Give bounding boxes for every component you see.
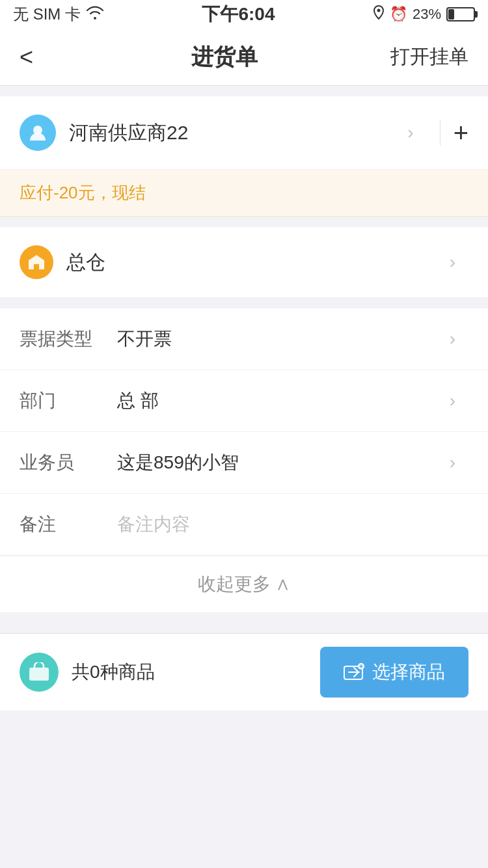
open-pending-button[interactable]: 打开挂单	[390, 44, 468, 70]
salesperson-chevron-icon: ›	[450, 452, 455, 473]
notice-text: 应付-20元，现结	[20, 183, 146, 202]
supplier-avatar	[20, 115, 56, 151]
product-count: 共0种商品	[72, 660, 320, 685]
battery-percent: 23%	[413, 6, 441, 23]
status-left: 无 SIM 卡	[13, 4, 104, 25]
alarm-icon: ⏰	[390, 6, 407, 23]
notice-bar: 应付-20元，现结	[0, 170, 488, 217]
mid-divider-2	[0, 298, 488, 308]
select-product-button[interactable]: 选择商品	[320, 647, 468, 698]
bottom-divider	[0, 612, 488, 623]
salesperson-label: 业务员	[20, 450, 98, 475]
warehouse-icon	[20, 245, 53, 279]
remark-placeholder: 备注内容	[98, 512, 468, 537]
warehouse-section: 总仓 ›	[0, 227, 488, 298]
select-product-label: 选择商品	[372, 660, 445, 685]
wifi-icon	[86, 5, 104, 23]
product-icon	[20, 653, 59, 692]
supplier-section: 河南供应商22 › + 应付-20元，现结	[0, 96, 488, 217]
invoice-chevron-icon: ›	[450, 329, 455, 349]
vertical-divider	[440, 120, 441, 146]
department-row[interactable]: 部门 总 部 ›	[0, 370, 488, 432]
top-divider	[0, 86, 488, 96]
warehouse-row[interactable]: 总仓 ›	[0, 227, 488, 298]
time-label: 下午6:04	[202, 2, 275, 27]
department-value: 总 部	[98, 388, 450, 413]
bottom-bar: 共0种商品 选择商品	[0, 633, 488, 711]
supplier-chevron-icon: ›	[407, 122, 413, 143]
page-title: 进货单	[191, 42, 258, 72]
location-icon	[373, 5, 385, 23]
status-bar: 无 SIM 卡 下午6:04 ⏰ 23%	[0, 0, 488, 29]
nav-bar: < 进货单 打开挂单	[0, 29, 488, 86]
svg-rect-2	[34, 264, 39, 269]
salesperson-value: 这是859的小智	[98, 450, 450, 475]
warehouse-chevron-icon: ›	[450, 252, 455, 273]
add-supplier-button[interactable]: +	[454, 120, 468, 146]
salesperson-row[interactable]: 业务员 这是859的小智 ›	[0, 432, 488, 494]
carrier-label: 无 SIM 卡	[13, 4, 81, 25]
supplier-name: 河南供应商22	[69, 120, 407, 146]
department-label: 部门	[20, 388, 98, 413]
svg-point-0	[377, 9, 380, 12]
collapse-button[interactable]: 收起更多 ∧	[0, 556, 488, 612]
back-button[interactable]: <	[20, 44, 59, 71]
battery-icon	[446, 7, 475, 21]
invoice-type-label: 票据类型	[20, 327, 98, 351]
invoice-type-row[interactable]: 票据类型 不开票 ›	[0, 308, 488, 370]
department-chevron-icon: ›	[450, 390, 455, 411]
form-section: 票据类型 不开票 › 部门 总 部 › 业务员 这是859的小智 › 备注 备注…	[0, 308, 488, 612]
status-right: ⏰ 23%	[373, 5, 475, 23]
invoice-type-value: 不开票	[98, 327, 450, 351]
remark-label: 备注	[20, 512, 98, 537]
supplier-row[interactable]: 河南供应商22 › +	[0, 96, 488, 170]
remark-row[interactable]: 备注 备注内容	[0, 494, 488, 556]
warehouse-name: 总仓	[66, 249, 450, 276]
svg-rect-3	[29, 668, 49, 681]
mid-divider-1	[0, 217, 488, 227]
content-background	[0, 711, 488, 868]
